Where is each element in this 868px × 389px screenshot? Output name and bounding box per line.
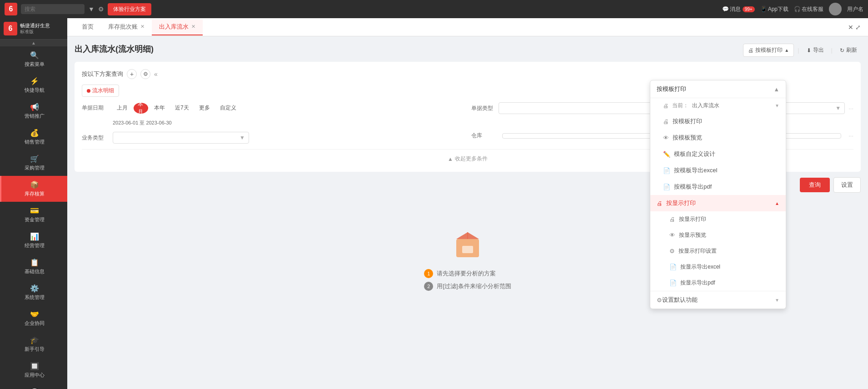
sidebar-logo-area: 6 畅捷通好生意 标准版 [0, 18, 67, 40]
current-template-name: 出入库流水 [692, 102, 719, 110]
sidebar: 6 畅捷通好生意 标准版 ▲ 🔍 搜索菜单 ⚡ 快捷导航 📢 营销推广 [0, 18, 67, 389]
dropdown-item-template-preview[interactable]: 👁 按模板预览 [650, 130, 786, 146]
sidebar-item-purchase[interactable]: 🛒 采购管理 [0, 150, 67, 176]
sidebar-item-search[interactable]: 🔍 搜索菜单 [0, 46, 67, 72]
tab-batch-close[interactable]: ✕ [140, 24, 145, 30]
user-avatar[interactable] [829, 3, 842, 15]
date-filter-group: 单据日期 上月 本月 本年 近7天 更多 自定义 [82, 102, 464, 114]
system-icon: ⚙️ [30, 284, 39, 293]
filter-settings-button[interactable]: ⚙ [140, 69, 150, 79]
query-button[interactable]: 查询 [800, 178, 830, 192]
sidebar-item-inventory[interactable]: 📦 库存核算 [0, 176, 67, 202]
dropdown-sub-display-print[interactable]: 🖨 按显示打印 [650, 211, 786, 227]
operations-icon: 📊 [30, 232, 39, 241]
warehouse-more-icon[interactable]: ··· [848, 132, 853, 139]
trial-button[interactable]: 体验行业方案 [108, 3, 151, 15]
dropdown-item-template-custom[interactable]: ✏️ 模板自定义设计 [650, 146, 786, 162]
dropdown-item-label: 按模板打印 [673, 117, 702, 125]
tab-home[interactable]: 首页 [75, 19, 101, 35]
sidebar-item-finance[interactable]: 💳 资金管理 [0, 202, 67, 228]
date-tab-custom[interactable]: 自定义 [216, 102, 240, 114]
window-close-btn[interactable]: ✕ [848, 24, 853, 31]
search-dropdown-icon[interactable]: ▼ [88, 5, 95, 13]
sidebar-item-system[interactable]: ⚙️ 系统管理 [0, 279, 67, 305]
dropdown-item-template-pdf[interactable]: 📄 按模板导出pdf [650, 179, 786, 195]
collapse-label: 收起更多条件 [455, 155, 488, 163]
messages-link[interactable]: 💬 消息 99+ [722, 5, 755, 13]
sales-icon: 💰 [30, 129, 39, 137]
doc-type-dropdown-icon: ▼ [835, 105, 841, 111]
dropdown-item-template-excel[interactable]: 📄 按模板导出excel [650, 162, 786, 179]
sidebar-item-operations[interactable]: 📊 经营管理 [0, 228, 67, 254]
app-container: 6 ▼ ⚙ 体验行业方案 💬 消息 99+ 📱 App下载 🎧 在线客服 用户名 [0, 0, 868, 389]
window-maximize-btn[interactable]: ⤢ [855, 24, 861, 31]
sidebar-item-marketing[interactable]: 📢 营销推广 [0, 98, 67, 124]
sidebar-app-info: 畅捷通好生意 标准版 [20, 22, 50, 35]
dropdown-current-template: 🖨 当前： 出入库流水 ▼ [650, 98, 786, 113]
sidebar-item-label: 系统管理 [25, 294, 45, 301]
sidebar-item-appstore[interactable]: 🔲 应用中心 [0, 357, 67, 383]
sidebar-item-quicknav[interactable]: ⚡ 快捷导航 [0, 72, 67, 98]
dropdown-item-template-print[interactable]: 🖨 按模板打印 [650, 113, 786, 130]
settings-gear-icon[interactable]: ⚙ [98, 5, 104, 13]
settings-button[interactable]: 设置 [833, 177, 861, 193]
print-icon: 🖨 [663, 118, 669, 125]
messages-badge: 99+ [743, 6, 755, 12]
tab-batch[interactable]: 库存批次账 ✕ [101, 19, 152, 35]
refresh-icon: ↻ [840, 47, 844, 54]
top-bar: 6 ▼ ⚙ 体验行业方案 💬 消息 99+ 📱 App下载 🎧 在线客服 用户名 [0, 0, 868, 18]
empty-state-icon [449, 225, 486, 262]
sidebar-scroll-up[interactable]: ▲ [0, 40, 67, 46]
sidebar-app-name: 畅捷通好生意 [20, 22, 50, 29]
app-download-link[interactable]: 📱 App下载 [760, 5, 788, 13]
sidebar-item-basics[interactable]: 📋 基础信息 [0, 254, 67, 279]
date-tab-more[interactable]: 更多 [195, 102, 214, 114]
sidebar-item-collab[interactable]: 🤝 企业协同 [0, 305, 67, 331]
dropdown-sub-display-settings[interactable]: ⚙ 按显示打印设置 [650, 243, 786, 259]
dropdown-sub-display-pdf[interactable]: 📄 按显示导出pdf [650, 275, 786, 291]
collapse-button[interactable]: ▲ 收起更多条件 [446, 153, 489, 165]
export-icon: ⬇ [807, 47, 811, 54]
message-icon: 💬 [722, 6, 729, 12]
sidebar-item-label: 搜索菜单 [25, 61, 45, 68]
footer-chevron: ▼ [775, 298, 779, 303]
business-type-label: 业务类型 [82, 134, 109, 142]
phone-icon: 📱 [760, 6, 767, 12]
main-layout: 6 畅捷通好生意 标准版 ▲ 🔍 搜索菜单 ⚡ 快捷导航 📢 营销推广 [0, 18, 868, 389]
online-service-link[interactable]: 🎧 在线客服 [794, 5, 823, 13]
top-bar-left: 6 ▼ ⚙ 体验行业方案 [5, 3, 722, 15]
sidebar-item-newbie[interactable]: 🎓 新手引导 [0, 331, 67, 357]
dropdown-footer[interactable]: ⚙ 设置默认功能 ▼ [650, 291, 786, 309]
business-type-select[interactable]: ▼ [113, 132, 249, 144]
date-tab-7days[interactable]: 近7天 [171, 102, 193, 114]
current-chevron-icon[interactable]: ▼ [775, 103, 779, 108]
footer-label: 设置默认功能 [662, 296, 698, 304]
empty-step-1: 1 请先选择要分析的方案 [424, 269, 511, 278]
dropdown-sub-display-preview[interactable]: 👁 按显示预览 [650, 227, 786, 243]
date-tab-last-month[interactable]: 上月 [113, 102, 132, 114]
filter-collapse-icon[interactable]: « [154, 70, 158, 78]
app-logo: 6 [5, 3, 17, 15]
filter-add-button[interactable]: + [127, 69, 137, 79]
refresh-btn[interactable]: ↻ 刷新 [836, 44, 861, 56]
dropdown-sub-display-excel[interactable]: 📄 按显示导出excel [650, 259, 786, 275]
sidebar-item-wechat[interactable]: 💬 企业微信 [0, 383, 67, 389]
step-1-text: 请先选择要分析的方案 [437, 269, 496, 278]
date-tab-this-year[interactable]: 本年 [150, 102, 169, 114]
template-print-btn[interactable]: 🖨 按模板打印 ▲ [743, 44, 794, 57]
export-btn[interactable]: ⬇ 导出 [803, 44, 828, 56]
page-top-actions: 🖨 按模板打印 ▲ | ⬇ 导出 | ↻ 刷新 [743, 44, 861, 57]
step-2-num: 2 [424, 282, 433, 291]
dropdown-sub-label: 按显示导出excel [680, 263, 720, 271]
messages-label: 消息 [730, 5, 741, 13]
search-nav-icon: 🔍 [30, 51, 39, 60]
tab-flow[interactable]: 出入库流水 ✕ [152, 19, 203, 35]
active-filter-tag[interactable]: 流水明细 [82, 85, 119, 97]
doc-type-more-icon[interactable]: ··· [848, 105, 853, 112]
sidebar-item-sales[interactable]: 💰 销售管理 [0, 124, 67, 150]
search-input[interactable] [21, 4, 85, 14]
date-tab-this-month[interactable]: 本月 [134, 103, 148, 114]
tab-flow-close[interactable]: ✕ [191, 24, 195, 30]
display-section-header[interactable]: 🖨 按显示打印 ▲ [650, 195, 786, 211]
dropdown-header-chevron[interactable]: ▲ [773, 86, 779, 93]
